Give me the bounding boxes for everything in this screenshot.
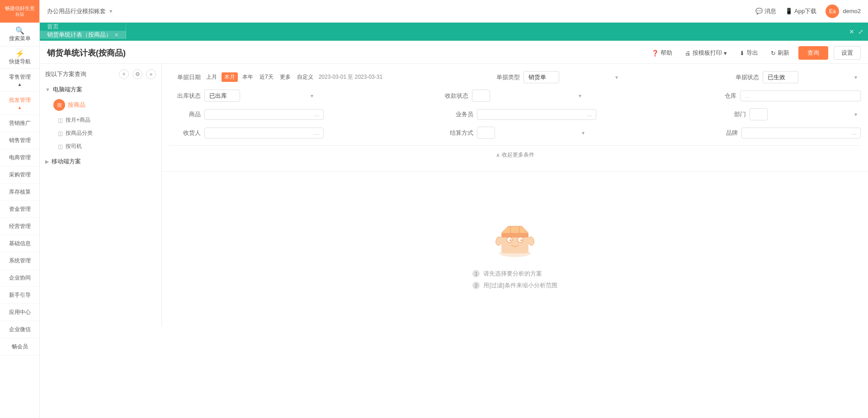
user-profile-btn[interactable]: Ea demo2 xyxy=(826,5,861,18)
sidebar-item-1[interactable]: 批发管理▲ xyxy=(0,92,39,115)
industry-selector-arrow[interactable]: ▾ xyxy=(109,8,113,14)
sidebar-item-14[interactable]: 企业微信 xyxy=(0,321,39,338)
export-icon: ⬇ xyxy=(740,50,745,57)
scheme-panel-header: 按以下方案查询 + ⚙ « xyxy=(40,69,161,83)
help-label: 帮助 xyxy=(660,49,672,57)
date-btn-this-year[interactable]: 本年 xyxy=(241,72,255,82)
brand-input[interactable]: … xyxy=(741,128,861,138)
scheme-sub-item-driver[interactable]: ◫ 按司机 xyxy=(40,140,161,153)
search-menu[interactable]: 🔍 搜索菜单 xyxy=(0,23,39,47)
query-button[interactable]: 查询 xyxy=(798,46,828,60)
sidebar-item-0[interactable]: 零售管理▲ xyxy=(0,69,39,92)
sidebar-item-10[interactable]: 系统管理 xyxy=(0,252,39,270)
date-btn-7days[interactable]: 近7天 xyxy=(258,72,275,82)
out-status-wrapper: 已出库 xyxy=(204,90,317,102)
date-quick-btns: 上月 本月 本年 近7天 更多 自定义 xyxy=(204,72,315,82)
recv-status-select[interactable] xyxy=(472,90,490,102)
collapse-btn[interactable]: ∧ 收起更多条件 xyxy=(491,149,540,161)
scheme-item-label: 按商品 xyxy=(68,101,85,109)
date-btn-more[interactable]: 更多 xyxy=(278,72,292,82)
sidebar-item-9[interactable]: 基础信息 xyxy=(0,235,39,252)
sidebar-item-13[interactable]: 应用中心 xyxy=(0,304,39,321)
page-inner: 销货单统计表(按商品) ❓ 帮助 🖨 按模板打印 ▾ ⬇ 导出 xyxy=(40,41,868,418)
sidebar-item-8[interactable]: 经营管理 xyxy=(0,218,39,235)
date-btn-last-month[interactable]: 上月 xyxy=(204,72,219,82)
order-type-select[interactable]: 销货单 xyxy=(524,71,559,83)
sidebar-item-label-9: 基础信息 xyxy=(9,240,31,247)
date-btn-this-month[interactable]: 本月 xyxy=(222,72,238,82)
sidebar-item-5[interactable]: 采购管理 xyxy=(0,166,39,184)
date-btn-custom[interactable]: 自定义 xyxy=(295,72,315,82)
messages-btn[interactable]: 💬 消息 xyxy=(755,7,776,15)
scheme-sub-item-monthly[interactable]: ◫ 按月+商品 xyxy=(40,114,161,127)
sidebar-menu: 零售管理▲批发管理▲营销推广销售管理电商管理采购管理库存核算资金管理经营管理基础… xyxy=(0,69,39,356)
scheme-collapse-btn[interactable]: « xyxy=(146,69,156,79)
avatar: Ea xyxy=(826,5,839,18)
scheme-group-mobile: ▶ 移动端方案 xyxy=(40,155,161,168)
out-status-select[interactable]: 已出库 xyxy=(204,90,240,102)
sidebar-item-3[interactable]: 销售管理 xyxy=(0,132,39,149)
tab-item-0[interactable]: 首页 xyxy=(40,23,126,31)
date-label: 单据日期 xyxy=(169,73,201,81)
empty-tip-2: 2 用[过滤]条件来缩小分析范围 xyxy=(472,281,557,290)
app-logo[interactable]: 畅捷信好生意 标版 xyxy=(0,0,39,23)
sidebar-item-6[interactable]: 库存核算 xyxy=(0,184,39,201)
tip-2-text: 用[过滤]条件来缩小分析范围 xyxy=(483,281,557,290)
empty-tip-1: 1 请先选择要分析的方案 xyxy=(472,270,557,278)
tab-items: 首页销货单统计表（按商品）✕ xyxy=(40,23,126,41)
empty-state: 1 请先选择要分析的方案 2 用[过滤]条件来缩小分析范围 xyxy=(162,172,868,326)
tab-close-1[interactable]: ✕ xyxy=(114,32,118,38)
settlement-wrapper xyxy=(477,127,588,139)
scheme-group-desktop: ▼ 电脑端方案 按 按商品 ◫ 按月+商品 ◫ xyxy=(40,83,161,153)
filter-row-4: 收货人 … 结算方式 xyxy=(169,127,861,139)
scheme-sub-item-category[interactable]: ◫ 按商品分类 xyxy=(40,127,161,140)
collapse-icon: « xyxy=(150,71,153,77)
sidebar-item-2[interactable]: 营销推广 xyxy=(0,115,39,132)
sidebar-item-label-12: 新手引导 xyxy=(9,291,31,299)
order-status-select[interactable]: 已生效 xyxy=(763,71,798,83)
sidebar-item-15[interactable]: 畅会员 xyxy=(0,338,39,356)
tab-label-1: 销货单统计表（按商品） xyxy=(47,31,112,39)
sidebar-item-11[interactable]: 企业协同 xyxy=(0,270,39,287)
refresh-icon: ↻ xyxy=(771,50,776,57)
product-input[interactable]: … xyxy=(204,109,324,120)
refresh-btn[interactable]: ↻ 刷新 xyxy=(767,47,793,59)
sidebar: 畅捷信好生意 标版 🔍 搜索菜单 ⚡ 快捷导航 零售管理▲批发管理▲营销推广销售… xyxy=(0,0,40,418)
tab-maximize-btn[interactable]: ⤢ xyxy=(858,28,863,35)
warehouse-input[interactable]: … xyxy=(740,90,861,101)
scheme-item-icon: 按 xyxy=(53,99,65,111)
tab-close-btn[interactable]: ✕ xyxy=(849,28,854,35)
print-arrow[interactable]: ▾ xyxy=(724,50,727,57)
scheme-add-btn[interactable]: + xyxy=(119,69,129,79)
search-menu-label: 搜索菜单 xyxy=(3,35,37,43)
sidebar-item-label-6: 库存核算 xyxy=(9,188,31,196)
quick-nav[interactable]: ⚡ 快捷导航 xyxy=(0,47,39,69)
filter-panel: 单据日期 上月 本月 本年 近7天 更多 自定义 2023-03-01 至 20… xyxy=(162,64,868,171)
sidebar-item-4[interactable]: 电商管理 xyxy=(0,149,39,166)
group-label: 移动端方案 xyxy=(52,157,81,166)
content-layout: 按以下方案查询 + ⚙ « xyxy=(40,64,868,326)
scheme-group-desktop-header[interactable]: ▼ 电脑端方案 xyxy=(40,83,161,96)
sidebar-item-7[interactable]: 资金管理 xyxy=(0,201,39,218)
export-btn[interactable]: ⬇ 导出 xyxy=(736,47,762,59)
order-type-wrapper: 销货单 xyxy=(524,71,622,83)
tip-1-num: 1 xyxy=(472,270,480,277)
scheme-group-mobile-header[interactable]: ▶ 移动端方案 xyxy=(40,155,161,168)
print-btn[interactable]: 🖨 按模板打印 ▾ xyxy=(681,47,731,59)
salesperson-input[interactable]: … xyxy=(477,109,596,120)
help-btn[interactable]: ❓ 帮助 xyxy=(648,47,676,59)
settlement-select[interactable] xyxy=(477,127,495,139)
industry-selector-label[interactable]: 办公用品行业模拟账套 xyxy=(47,7,106,15)
sidebar-item-12[interactable]: 新手引导 xyxy=(0,287,39,304)
scheme-item-by-product[interactable]: 按 按商品 xyxy=(40,96,161,114)
department-select[interactable] xyxy=(750,108,768,120)
settings-button[interactable]: 设置 xyxy=(834,46,861,60)
user-name: demo2 xyxy=(843,8,861,14)
sub-item-label: 按商品分类 xyxy=(66,129,93,137)
header-right: 💬 消息 📱 App下载 Ea demo2 xyxy=(755,5,861,18)
scheme-edit-btn[interactable]: ⚙ xyxy=(132,69,142,79)
sidebar-item-label-7: 资金管理 xyxy=(9,205,31,213)
tab-item-1[interactable]: 销货单统计表（按商品）✕ xyxy=(40,31,126,39)
recipient-input[interactable]: … xyxy=(204,128,324,138)
app-download-btn[interactable]: 📱 App下载 xyxy=(785,7,816,15)
